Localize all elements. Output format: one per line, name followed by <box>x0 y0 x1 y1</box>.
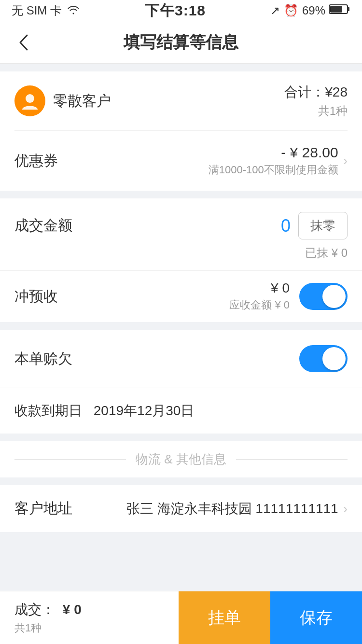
page-title: 填写结算等信息 <box>124 31 238 54</box>
location-icon: ↗ <box>270 4 280 17</box>
address-row[interactable]: 客户地址 张三 海淀永丰科技园 11111111111 › <box>0 485 362 532</box>
address-label: 客户地址 <box>14 499 72 518</box>
address-section: 客户地址 张三 海淀永丰科技园 11111111111 › <box>0 485 362 532</box>
date-label: 收款到期日 <box>14 403 82 418</box>
deal-section: 成交金额 0 抹零 已抹 ¥ 0 冲预收 ¥ 0 应收金额 ¥ 0 <box>0 198 362 322</box>
debt-toggle[interactable] <box>299 345 348 372</box>
prepay-info: ¥ 0 应收金额 ¥ 0 <box>229 280 290 312</box>
content: 零散客户 合计：¥28 共1种 优惠券 - ¥ 28.00 满1000-100不… <box>0 71 362 602</box>
alarm-icon: ⏰ <box>284 4 298 17</box>
deal-right: 0 抹零 <box>281 212 348 239</box>
customer-total: 合计：¥28 共1种 <box>284 83 348 119</box>
back-button[interactable] <box>12 30 36 55</box>
deal-label: 成交金额 <box>14 216 72 236</box>
hang-button[interactable]: 挂单 <box>179 591 270 644</box>
prepay-toggle[interactable] <box>299 283 348 310</box>
date-row: 收款到期日 2019年12月30日 <box>0 388 362 434</box>
coupon-right: - ¥ 28.00 满1000-100不限制使用金额 › <box>209 144 348 177</box>
deal-sub: 已抹 ¥ 0 <box>0 243 362 270</box>
status-bar: 无 SIM 卡 下午3:18 ↗ ⏰ 69% <box>0 0 362 21</box>
deal-value: 0 <box>281 216 291 236</box>
save-button[interactable]: 保存 <box>270 591 362 644</box>
debt-label: 本单赊欠 <box>14 349 72 369</box>
svg-rect-2 <box>330 6 342 13</box>
prepay-amount: ¥ 0 <box>229 280 290 296</box>
bottom-deal-label: 成交： <box>14 602 55 617</box>
logistics-section: 物流 & 其他信息 <box>0 441 362 477</box>
bottom-actions: 挂单 保存 <box>179 591 362 644</box>
nav-bar: 填写结算等信息 <box>0 21 362 64</box>
prepay-sub: 应收金额 ¥ 0 <box>229 298 290 312</box>
customer-avatar <box>14 85 45 116</box>
status-left: 无 SIM 卡 <box>12 3 80 18</box>
logistics-line-left <box>14 459 126 460</box>
date-value: 2019年12月30日 <box>94 403 195 418</box>
bottom-count: 共1种 <box>14 621 164 635</box>
wifi-icon <box>67 4 80 17</box>
total-amount: 合计：¥28 <box>284 83 348 101</box>
coupon-row[interactable]: 优惠券 - ¥ 28.00 满1000-100不限制使用金额 › <box>0 131 362 191</box>
deal-row: 成交金额 0 抹零 <box>0 198 362 243</box>
bottom-deal-row: 成交： ¥ 0 <box>14 601 164 619</box>
battery-icon <box>329 4 350 17</box>
coupon-label: 优惠券 <box>14 151 58 171</box>
carrier-text: 无 SIM 卡 <box>12 3 62 18</box>
status-right: ↗ ⏰ 69% <box>270 4 350 17</box>
prepay-right: ¥ 0 应收金额 ¥ 0 <box>229 280 348 312</box>
customer-name: 零散客户 <box>53 91 111 111</box>
status-time: 下午3:18 <box>145 1 206 21</box>
debt-section: 本单赊欠 收款到期日 2019年12月30日 <box>0 330 362 434</box>
coupon-desc: 满1000-100不限制使用金额 <box>209 163 338 177</box>
customer-row: 零散客户 合计：¥28 共1种 <box>0 71 362 130</box>
bottom-deal-amount: ¥ 0 <box>63 602 82 617</box>
round-button[interactable]: 抹零 <box>298 212 348 239</box>
chevron-right-icon: › <box>343 153 348 168</box>
debt-row: 本单赊欠 <box>0 330 362 388</box>
logistics-divider: 物流 & 其他信息 <box>0 441 362 477</box>
customer-left: 零散客户 <box>14 85 111 116</box>
bottom-bar: 成交： ¥ 0 共1种 挂单 保存 <box>0 591 362 644</box>
total-count: 共1种 <box>284 103 348 119</box>
bottom-summary: 成交： ¥ 0 共1种 <box>0 601 179 635</box>
battery-text: 69% <box>302 4 325 17</box>
coupon-info: - ¥ 28.00 满1000-100不限制使用金额 <box>209 144 338 177</box>
logistics-line-right <box>236 459 348 460</box>
customer-card: 零散客户 合计：¥28 共1种 优惠券 - ¥ 28.00 满1000-100不… <box>0 71 362 191</box>
svg-point-3 <box>26 94 34 103</box>
prepay-row: 冲预收 ¥ 0 应收金额 ¥ 0 <box>0 270 362 322</box>
prepay-label: 冲预收 <box>14 287 58 307</box>
svg-rect-1 <box>348 7 349 11</box>
address-value: 张三 海淀永丰科技园 11111111111 <box>82 500 343 518</box>
coupon-amount: - ¥ 28.00 <box>209 144 338 161</box>
logistics-title: 物流 & 其他信息 <box>136 451 226 468</box>
address-chevron-icon: › <box>343 501 348 517</box>
